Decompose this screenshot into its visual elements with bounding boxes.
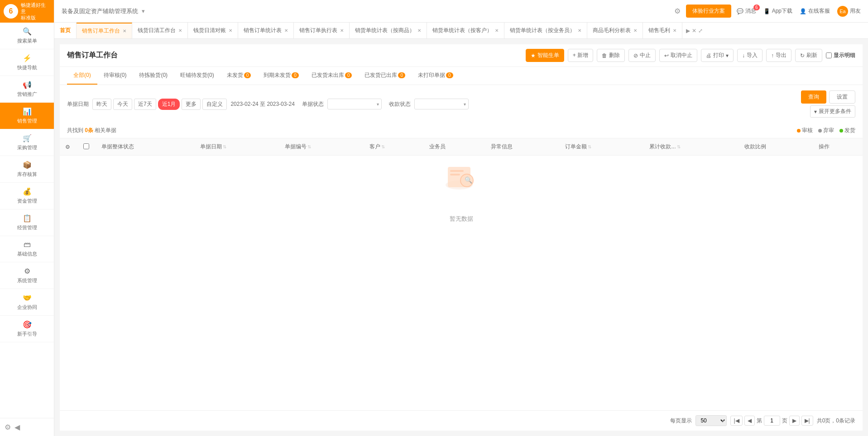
sidebar-item-inventory[interactable]: 📦 库存核算: [0, 156, 54, 183]
print-button[interactable]: 🖨 打印 ▾: [701, 49, 734, 62]
prev-page-button[interactable]: ◀: [744, 416, 755, 426]
select-all-checkbox[interactable]: [83, 143, 89, 149]
collapse-icon[interactable]: ◀: [14, 423, 20, 431]
box-icon: 📦: [23, 161, 32, 169]
show-detail-checkbox-label[interactable]: 显示明细: [826, 52, 855, 59]
close-icon[interactable]: ✕: [229, 28, 232, 33]
tab-daily-clear[interactable]: 钱货日清工作台 ✕: [132, 23, 188, 39]
megaphone-icon: 📢: [23, 81, 32, 89]
sidebar-item-basic-info[interactable]: 🗃 基础信息: [0, 236, 54, 262]
tab-reconcile[interactable]: 钱货日清对账 ✕: [188, 23, 238, 39]
date-btn-7days[interactable]: 近7天: [134, 99, 156, 110]
refresh-button[interactable]: ↻ 刷新: [795, 49, 822, 62]
user-action[interactable]: Ea 用友: [837, 6, 861, 17]
filter-tab-pending-inspect[interactable]: 待拣验货(0): [133, 67, 174, 85]
show-detail-checkbox[interactable]: [826, 52, 832, 58]
query-button[interactable]: 查询: [801, 90, 826, 104]
page-size-select[interactable]: 50 10 20 100: [695, 415, 727, 426]
tab-label: 钱货日清对账: [193, 27, 226, 34]
sidebar-item-purchase[interactable]: 🛒 采购管理: [0, 129, 54, 156]
sidebar-item-sales[interactable]: 📊 销售管理: [0, 103, 54, 129]
expand-icon[interactable]: ⤢: [698, 28, 703, 34]
message-action[interactable]: 💬 消息 6: [737, 7, 756, 15]
close-icon[interactable]: ✕: [178, 28, 182, 33]
export-button[interactable]: ↑ 导出: [766, 49, 791, 62]
delete-button[interactable]: 🗑 删除: [597, 49, 625, 62]
col-amount[interactable]: 订单金额⇅: [560, 138, 644, 156]
sidebar-item-finance[interactable]: 💰 资金管理: [0, 183, 54, 209]
filter-tab-shipped-not-out[interactable]: 已发货未出库0: [305, 67, 359, 85]
filter-tab-unprinted[interactable]: 未打印单据0: [412, 67, 460, 85]
close-icon[interactable]: ✕: [673, 28, 676, 33]
tabbar-more[interactable]: ▶ ✕ ⤢: [682, 28, 706, 34]
sidebar-item-search[interactable]: 🔍 搜索菜单: [0, 23, 54, 49]
ship-op[interactable]: 发货: [839, 127, 855, 134]
settings-icon[interactable]: ⚙: [5, 423, 11, 431]
next-page-button[interactable]: ▶: [789, 416, 800, 426]
expand-conditions-button[interactable]: ▾ 展开更多条件: [810, 105, 855, 118]
close-icon[interactable]: ✕: [633, 28, 637, 33]
tab-sales-profit[interactable]: 销售毛利 ✕: [643, 23, 682, 39]
tab-stats-staff[interactable]: 销货单统计表（按业务员） ✕: [504, 23, 587, 39]
topbar-settings-icon[interactable]: ⚙: [674, 7, 681, 15]
col-checkbox[interactable]: [78, 138, 96, 156]
col-date[interactable]: 单据日期⇅: [195, 138, 279, 156]
content-area: 销售订单工作台 ★ 智能生单 + 新增 🗑 删除 ⊘ 中止: [54, 39, 868, 436]
experience-btn[interactable]: 体验行业方案: [686, 5, 731, 18]
add-button[interactable]: + 新增: [568, 49, 593, 62]
tab-stats-product[interactable]: 销货单统计表（按商品） ✕: [350, 23, 427, 39]
online-service-action[interactable]: 👤 在线客服: [800, 7, 830, 15]
status-select[interactable]: [327, 99, 382, 109]
filter-tab-shipped-out[interactable]: 已发货已出库0: [358, 67, 412, 85]
date-btn-1month[interactable]: 近1月: [158, 99, 180, 110]
sidebar-item-guide[interactable]: 🎯 新手引导: [0, 316, 54, 342]
star-icon: ★: [531, 52, 536, 59]
tab-stats-customer[interactable]: 销货单统计表（按客户） ✕: [427, 23, 504, 39]
filter-tab-wangpu[interactable]: 旺铺待发货(0): [174, 67, 221, 85]
tab-gross-profit[interactable]: 商品毛利分析表 ✕: [587, 23, 643, 39]
cancel-stop-button[interactable]: ↩ 取消中止: [659, 49, 697, 62]
tab-exec[interactable]: 销售订单执行表 ✕: [294, 23, 350, 39]
date-btn-yesterday[interactable]: 昨天: [92, 99, 111, 110]
sidebar-item-quicknav[interactable]: ⚡ 快捷导航: [0, 49, 54, 76]
close-icon[interactable]: ✕: [123, 28, 126, 33]
close-icon[interactable]: ✕: [340, 28, 344, 33]
close-icon[interactable]: ✕: [417, 28, 421, 33]
sidebar-item-enterprise[interactable]: 🤝 企业协同: [0, 289, 54, 316]
col-cumulative[interactable]: 累计收款...⇅: [644, 138, 739, 156]
filter-tab-overdue-unshipped[interactable]: 到期未发货0: [257, 67, 305, 85]
sidebar-item-business[interactable]: 📋 经营管理: [0, 209, 54, 236]
set-button[interactable]: 设置: [829, 90, 855, 104]
close-icon[interactable]: ✕: [578, 28, 581, 33]
smart-create-button[interactable]: ★ 智能生单: [526, 49, 564, 62]
sidebar-item-marketing[interactable]: 📢 营销推广: [0, 76, 54, 103]
tab-stats[interactable]: 销售订单统计表 ✕: [238, 23, 294, 39]
tab-sales-order[interactable]: 销售订单工作台 ✕: [77, 23, 132, 39]
filter-tab-unshipped[interactable]: 未发货0: [221, 67, 258, 85]
filter-tab-all[interactable]: 全部(0): [67, 67, 97, 85]
date-btn-today[interactable]: 今天: [113, 99, 132, 110]
app-download-action[interactable]: 📱 App下载: [763, 7, 792, 15]
sidebar-item-system[interactable]: ⚙ 系统管理: [0, 262, 54, 289]
close-icon[interactable]: ✕: [495, 28, 499, 33]
chart-icon: 📊: [23, 107, 32, 116]
date-btn-more[interactable]: 更多: [182, 99, 201, 110]
close-icon[interactable]: ✕: [284, 28, 288, 33]
main-area: 装备及固定资产辅助管理系统 ▾ ⚙ 体验行业方案 💬 消息 6 📱 App下载 …: [54, 0, 868, 436]
dropdown-icon[interactable]: ▾: [142, 8, 145, 14]
filter-tab-pending-review[interactable]: 待审核(0): [97, 67, 133, 85]
approve-op[interactable]: 审核: [797, 127, 813, 134]
stop-button[interactable]: ⊘ 中止: [628, 49, 656, 62]
date-btn-custom[interactable]: 自定义: [202, 99, 227, 110]
collection-select[interactable]: [414, 99, 469, 109]
import-button[interactable]: ↓ 导入: [737, 49, 762, 62]
col-number[interactable]: 单据编号⇅: [279, 138, 364, 156]
reject-op[interactable]: 弃审: [818, 127, 834, 134]
tab-home[interactable]: 首页: [54, 23, 77, 39]
col-settings[interactable]: ⚙: [60, 138, 78, 156]
last-page-button[interactable]: ▶|: [801, 416, 813, 426]
first-page-button[interactable]: |◀: [730, 416, 742, 426]
close-all-icon[interactable]: ✕: [692, 28, 696, 34]
page-input[interactable]: 1: [764, 416, 780, 426]
col-customer[interactable]: 客户⇅: [364, 138, 424, 156]
